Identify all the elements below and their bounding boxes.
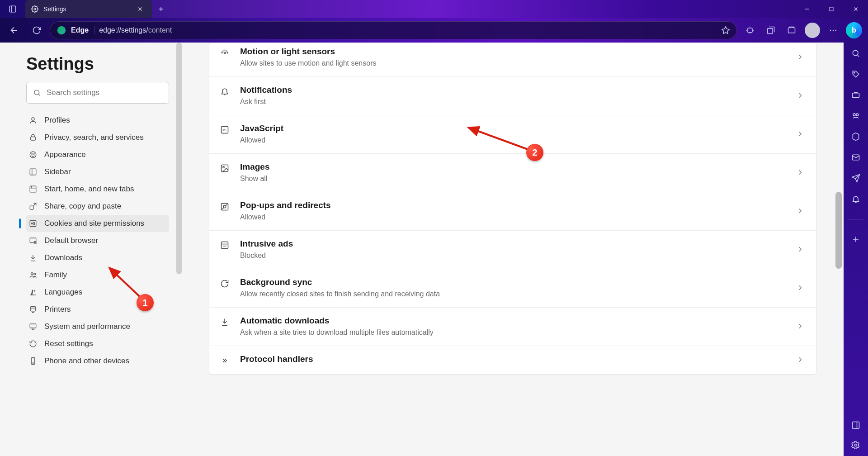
chevron-right-icon <box>796 168 804 176</box>
nav-item-phone-and-other-devices[interactable]: Phone and other devices <box>26 352 169 370</box>
nav-label: Privacy, search, and services <box>44 133 144 142</box>
nav-icon <box>28 304 38 314</box>
svg-rect-2 <box>830 7 833 11</box>
nav-item-appearance[interactable]: Appearance <box>26 146 169 163</box>
permission-row-background-sync[interactable]: Background syncAllow recently closed sit… <box>209 269 816 307</box>
browser-tab[interactable]: Settings <box>25 0 152 18</box>
nav-label: System and performance <box>44 322 130 331</box>
svg-point-13 <box>30 152 36 158</box>
screenshot-button[interactable] <box>782 21 801 40</box>
nav-label: Default browser <box>44 236 98 245</box>
nav-icon <box>28 270 38 280</box>
permission-icon: JS <box>219 125 230 134</box>
permission-title: Protocol handlers <box>240 354 786 364</box>
close-tab-button[interactable] <box>134 3 146 15</box>
svg-point-21 <box>31 223 33 224</box>
permission-row-notifications[interactable]: NotificationsAsk first <box>209 76 816 115</box>
permission-title: JavaScript <box>240 124 786 133</box>
bing-chat-button[interactable]: b <box>844 21 863 40</box>
nav-item-start-home-and-new-tabs[interactable]: Start, home, and new tabs <box>26 180 169 198</box>
nav-label: Start, home, and new tabs <box>44 185 134 194</box>
nav-item-family[interactable]: Family <box>26 266 169 284</box>
sidebar-search-icon[interactable] <box>851 49 860 58</box>
svg-rect-16 <box>30 169 36 175</box>
permission-row-pop-ups-and-redirects[interactable]: Pop-ups and redirectsAllowed <box>209 192 816 230</box>
sidebar-bell-icon[interactable] <box>851 195 860 204</box>
sidebar-send-icon[interactable] <box>851 174 860 183</box>
permission-desc: Show all <box>240 175 786 183</box>
collections-button[interactable] <box>761 21 780 40</box>
nav-label: Languages <box>44 288 82 297</box>
nav-item-sidebar[interactable]: Sidebar <box>26 163 169 180</box>
permission-desc: Allowed <box>240 136 786 144</box>
refresh-button[interactable] <box>27 21 46 40</box>
permission-row-protocol-handlers[interactable]: Protocol handlers <box>209 346 816 374</box>
nav-icon <box>28 253 38 263</box>
permission-row-javascript[interactable]: JSJavaScriptAllowed <box>209 115 816 153</box>
new-tab-button[interactable] <box>152 0 170 18</box>
profile-button[interactable] <box>803 21 822 40</box>
back-button[interactable] <box>5 21 24 40</box>
gear-icon <box>31 5 39 13</box>
extensions-button[interactable] <box>741 21 760 40</box>
address-bar[interactable]: Edge edge://settings/content <box>50 21 737 39</box>
svg-point-29 <box>33 363 33 364</box>
sidebar-settings-icon[interactable] <box>851 441 860 450</box>
chevron-right-icon <box>796 356 804 364</box>
minimize-button[interactable] <box>795 0 819 18</box>
maximize-button[interactable] <box>819 0 844 18</box>
sidebar-outlook-icon[interactable] <box>851 153 860 162</box>
settings-search[interactable] <box>26 82 169 104</box>
chevron-right-icon <box>796 284 804 292</box>
nav-item-profiles[interactable]: Profiles <box>26 112 169 129</box>
close-window-button[interactable] <box>844 0 868 18</box>
nav-item-share-copy-and-paste[interactable]: Share, copy and paste <box>26 198 169 215</box>
tab-title: Settings <box>43 5 129 13</box>
nav-item-system-and-performance[interactable]: System and performance <box>26 318 169 335</box>
nav-item-privacy-search-and-services[interactable]: Privacy, search, and services <box>26 129 169 146</box>
permission-row-motion-or-light-sensors[interactable]: Motion or light sensorsAllow sites to us… <box>209 43 816 76</box>
sidebar-office-icon[interactable] <box>851 132 860 141</box>
permission-row-automatic-downloads[interactable]: Automatic downloadsAsk when a site tries… <box>209 307 816 346</box>
sidebar-shopping-icon[interactable] <box>851 70 860 79</box>
sidebar-tools-icon[interactable] <box>851 90 860 100</box>
svg-text:JS: JS <box>222 128 226 132</box>
tab-actions-button[interactable] <box>0 0 25 18</box>
nav-item-reset-settings[interactable]: Reset settings <box>26 335 169 352</box>
settings-content: Motion or light sensorsAllow sites to us… <box>182 43 844 456</box>
nav-label: Appearance <box>44 150 86 159</box>
permission-title: Automatic downloads <box>240 316 786 326</box>
svg-rect-20 <box>30 220 36 227</box>
nav-item-default-browser[interactable]: Default browser <box>26 232 169 249</box>
sidebar-hide-icon[interactable] <box>851 421 860 430</box>
permission-desc: Allowed <box>240 213 786 221</box>
svg-rect-0 <box>9 6 16 12</box>
svg-rect-5 <box>768 28 773 34</box>
nav-label: Share, copy and paste <box>44 202 121 211</box>
favorite-icon[interactable] <box>721 26 730 35</box>
permission-title: Background sync <box>240 277 786 287</box>
svg-point-1 <box>34 8 36 10</box>
sidebar-add-icon[interactable] <box>851 235 860 244</box>
menu-button[interactable] <box>824 21 843 40</box>
sidebar-games-icon[interactable] <box>851 111 860 120</box>
svg-point-8 <box>833 30 834 31</box>
nav-label: Sidebar <box>44 167 71 176</box>
nav-icon <box>28 287 38 297</box>
permission-row-intrusive-ads[interactable]: Intrusive adsBlocked <box>209 230 816 269</box>
avatar <box>805 23 820 38</box>
permission-row-images[interactable]: ImagesShow all <box>209 153 816 192</box>
nav-icon <box>28 167 38 177</box>
search-icon <box>33 89 41 97</box>
nav-item-downloads[interactable]: Downloads <box>26 249 169 266</box>
annotation-badge-2: 2 <box>526 144 543 161</box>
permission-title: Images <box>240 162 786 172</box>
permission-icon <box>219 164 230 173</box>
nav-icon <box>28 322 38 332</box>
url-text: edge://settings/content <box>99 26 172 34</box>
nav-item-cookies-and-site-permissions[interactable]: Cookies and site permissions <box>26 215 169 232</box>
nav-label: Family <box>44 271 67 280</box>
search-input[interactable] <box>47 88 162 97</box>
nav-icon <box>28 218 38 228</box>
nav-label: Phone and other devices <box>44 356 129 366</box>
